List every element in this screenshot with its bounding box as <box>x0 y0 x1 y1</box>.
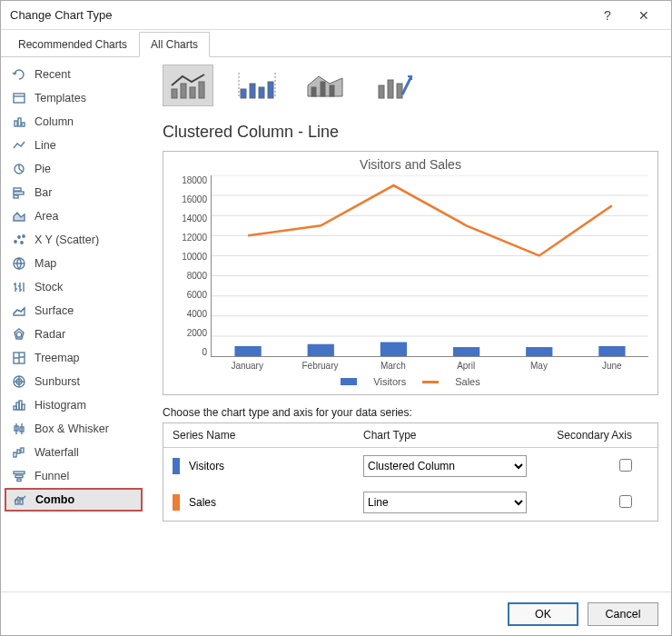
svg-rect-57 <box>380 343 407 356</box>
sidebar-item-funnel[interactable]: Funnel <box>5 464 143 488</box>
svg-point-9 <box>18 236 20 238</box>
chart-title: Visitors and Sales <box>173 157 648 172</box>
series-name-visitors: Visitors <box>189 460 224 472</box>
sidebar-item-radar[interactable]: Radar <box>5 323 143 346</box>
cancel-button[interactable]: Cancel <box>588 602 658 626</box>
pie-icon <box>11 161 27 177</box>
svg-rect-55 <box>234 346 261 356</box>
svg-rect-35 <box>199 82 204 98</box>
svg-rect-6 <box>14 192 24 194</box>
series-config-table: Series Name Chart Type Secondary Axis Vi… <box>163 422 658 522</box>
sidebar-item-recent[interactable]: Recent <box>5 63 143 86</box>
sidebar-item-area[interactable]: Area <box>5 204 143 228</box>
subtype-clustered-column-line[interactable] <box>163 65 213 106</box>
sidebar-item-label: X Y (Scatter) <box>35 234 99 246</box>
series-swatch-sales <box>173 494 180 511</box>
svg-rect-37 <box>250 84 255 98</box>
sidebar-item-label: Stock <box>35 281 63 293</box>
subtype-clustered-column-line-secondary[interactable] <box>232 65 282 106</box>
sidebar-item-bar[interactable]: Bar <box>5 181 143 204</box>
dialog-footer: OK Cancel <box>1 591 671 635</box>
subtype-thumbnails <box>163 65 658 106</box>
svg-rect-34 <box>190 87 195 98</box>
histogram-icon <box>11 397 27 413</box>
svg-rect-3 <box>22 123 25 126</box>
svg-marker-14 <box>16 332 22 337</box>
svg-point-11 <box>23 235 25 237</box>
sidebar-item-label: Map <box>35 257 56 270</box>
svg-rect-2 <box>18 118 21 126</box>
sidebar-item-label: Column <box>35 115 74 128</box>
legend-swatch-sales <box>422 381 439 383</box>
sidebar-item-label: Funnel <box>35 470 69 482</box>
sidebar-item-map[interactable]: Map <box>5 252 143 275</box>
svg-rect-1 <box>15 121 17 126</box>
close-button[interactable]: ✕ <box>626 8 662 23</box>
map-icon <box>11 255 27 272</box>
series-row-sales: Sales Line <box>163 484 657 521</box>
chart-type-select-visitors[interactable]: Clustered Column <box>363 455 527 477</box>
sidebar-item-stock[interactable]: Stock <box>5 275 143 299</box>
series-name-sales: Sales <box>189 496 216 509</box>
svg-rect-0 <box>14 94 25 103</box>
svg-rect-21 <box>22 404 25 410</box>
sidebar-item-scatter[interactable]: X Y (Scatter) <box>5 228 143 252</box>
chart-type-select-sales[interactable]: Line <box>363 492 527 513</box>
scatter-icon <box>11 232 27 248</box>
tab-all-charts[interactable]: All Charts <box>139 32 210 57</box>
sidebar-item-sunburst[interactable]: Sunburst <box>5 370 143 393</box>
svg-rect-27 <box>14 472 25 474</box>
header-secondary-axis: Secondary Axis <box>545 429 648 442</box>
sidebar-item-histogram[interactable]: Histogram <box>5 393 143 417</box>
svg-rect-38 <box>259 87 264 98</box>
sidebar-item-label: Surface <box>35 304 74 317</box>
chart-preview: Visitors and Sales 020004000600080001000… <box>163 151 658 395</box>
secondary-axis-checkbox-visitors[interactable] <box>619 459 632 472</box>
subtype-title: Clustered Column - Line <box>163 123 658 142</box>
combo-icon <box>12 492 28 508</box>
sidebar-item-pie[interactable]: Pie <box>5 157 143 181</box>
sidebar-item-boxwhisker[interactable]: Box & Whisker <box>5 417 143 441</box>
radar-icon <box>11 326 27 343</box>
svg-rect-5 <box>14 188 21 191</box>
sidebar-item-line[interactable]: Line <box>5 134 143 157</box>
chart-category-sidebar: Recent Templates Column Line Pie Bar Are… <box>1 57 146 591</box>
surface-icon <box>11 303 27 319</box>
svg-rect-25 <box>17 450 20 453</box>
secondary-axis-checkbox-sales[interactable] <box>619 495 632 508</box>
svg-rect-33 <box>181 84 186 98</box>
treemap-icon <box>11 350 27 366</box>
svg-rect-45 <box>397 84 402 98</box>
svg-rect-42 <box>330 85 334 96</box>
sidebar-item-treemap[interactable]: Treemap <box>5 346 143 370</box>
sidebar-item-templates[interactable]: Templates <box>5 86 143 110</box>
svg-rect-24 <box>14 452 16 457</box>
svg-rect-43 <box>379 85 384 98</box>
sidebar-item-combo[interactable]: Combo <box>5 488 143 512</box>
ok-button[interactable]: OK <box>508 602 578 626</box>
funnel-icon <box>11 468 27 484</box>
sidebar-item-waterfall[interactable]: Waterfall <box>5 441 143 464</box>
tab-recommended-charts[interactable]: Recommended Charts <box>6 32 139 57</box>
sidebar-item-label: Bar <box>35 186 52 199</box>
svg-rect-59 <box>526 347 552 356</box>
svg-point-8 <box>15 241 16 243</box>
subtype-custom-combo[interactable] <box>370 65 420 106</box>
svg-rect-40 <box>311 87 316 96</box>
main-pane: Clustered Column - Line Visitors and Sal… <box>146 57 671 591</box>
help-button[interactable]: ? <box>589 8 626 23</box>
series-row-visitors: Visitors Clustered Column <box>163 448 657 484</box>
sidebar-item-label: Area <box>35 210 58 223</box>
sidebar-item-label: Treemap <box>35 352 80 364</box>
svg-point-10 <box>21 242 23 243</box>
svg-rect-32 <box>172 89 177 98</box>
sidebar-item-column[interactable]: Column <box>5 110 143 134</box>
legend-swatch-visitors <box>341 378 357 385</box>
sidebar-item-surface[interactable]: Surface <box>5 299 143 323</box>
sidebar-item-label: Templates <box>35 92 86 104</box>
window-title: Change Chart Type <box>10 8 589 22</box>
boxwhisker-icon <box>11 421 27 437</box>
header-chart-type: Chart Type <box>363 429 545 442</box>
legend-label-sales: Sales <box>455 376 480 387</box>
subtype-stacked-area-column[interactable] <box>301 65 351 106</box>
